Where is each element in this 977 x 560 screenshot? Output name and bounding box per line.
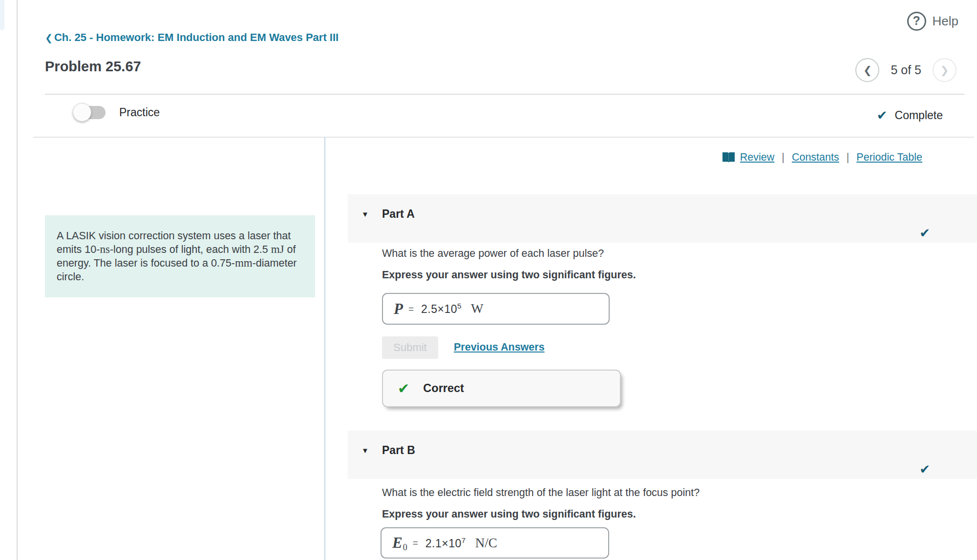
practice-label: Practice (119, 106, 160, 119)
toolbar-divider (33, 137, 974, 138)
part-a-answer-field[interactable]: P = 2.5×105 W (382, 293, 610, 325)
answer-symbol-subscript: 0 (403, 542, 407, 553)
correct-check-icon: ✔ (398, 380, 409, 397)
constants-link[interactable]: Constants (792, 151, 839, 164)
correct-label: Correct (423, 382, 464, 395)
part-a-instruction: Express your answer using two significan… (382, 269, 636, 281)
answer-symbol-E: E (392, 534, 403, 552)
part-b-answer-field[interactable]: E 0 = 2.1×107 N/C (381, 527, 609, 559)
chevron-right-icon: ❯ (940, 64, 949, 76)
part-a-answer-unit: W (471, 301, 483, 316)
help-question-icon: ? (907, 12, 926, 31)
collapse-triangle-icon: ▼ (361, 210, 369, 218)
practice-toggle[interactable] (74, 106, 106, 119)
problem-statement: A LASIK vision correction system uses a … (45, 215, 315, 297)
part-b-answer-value: 2.1×107 (425, 536, 466, 550)
part-a-question: What is the average power of each laser … (382, 248, 604, 260)
equals-sign: = (413, 538, 418, 548)
link-separator: | (782, 151, 785, 164)
part-a-complete-check-icon: ✔ (919, 226, 930, 241)
unit-ns: ns (100, 243, 109, 255)
back-chevron-icon: ❮ (45, 32, 53, 43)
assignment-page: ? Help ❮ Ch. 25 - Homework: EM Induction… (0, 0, 977, 560)
problem-pager: ❮ 5 of 5 ❯ (855, 58, 956, 82)
page-left-border (17, 0, 18, 560)
previous-answers-link[interactable]: Previous Answers (454, 341, 545, 353)
open-book-icon (722, 152, 735, 163)
part-a-header[interactable]: ▼ Part A ✔ (348, 194, 977, 243)
part-a-label: Part A (382, 207, 415, 221)
page-title: Problem 25.67 (45, 59, 141, 75)
column-divider (324, 137, 325, 560)
part-b-instruction: Express your answer using two significan… (382, 508, 636, 520)
unit-mm: mm (235, 257, 253, 269)
header-divider (45, 94, 964, 95)
help-label: Help (933, 14, 958, 29)
answer-exponent: 7 (462, 536, 466, 544)
next-problem-button[interactable]: ❯ (933, 58, 956, 82)
left-panel-edge (0, 0, 4, 30)
help-button[interactable]: ? Help (907, 12, 958, 31)
link-separator: | (847, 151, 850, 164)
part-b-complete-check-icon: ✔ (919, 462, 930, 477)
chevron-left-icon: ❮ (863, 64, 872, 76)
complete-status: ✔ Complete (877, 108, 943, 123)
review-link[interactable]: Review (740, 151, 775, 164)
part-b-header[interactable]: ▼ Part B ✔ (348, 431, 977, 479)
collapse-triangle-icon: ▼ (361, 446, 369, 455)
complete-label: Complete (895, 109, 943, 122)
unit-mJ: mJ (271, 243, 284, 255)
breadcrumb[interactable]: ❮ Ch. 25 - Homework: EM Induction and EM… (45, 31, 339, 44)
submit-button[interactable]: Submit (382, 336, 438, 359)
pagination-status: 5 of 5 (891, 63, 921, 77)
equals-sign: = (408, 304, 414, 314)
part-b-question: What is the electric field strength of t… (382, 487, 700, 499)
part-b-label: Part B (382, 444, 415, 457)
part-a-answer-value: 2.5×105 (421, 302, 462, 316)
answer-exponent: 5 (457, 302, 462, 310)
part-b-answer-unit: N/C (475, 536, 497, 551)
previous-problem-button[interactable]: ❮ (855, 58, 879, 82)
correct-feedback-box: ✔ Correct (382, 370, 621, 407)
toggle-knob (73, 103, 91, 122)
resource-links: Review | Constants | Periodic Table (722, 151, 922, 164)
answer-symbol-P: P (394, 300, 403, 318)
practice-toggle-row: Practice (74, 106, 160, 119)
breadcrumb-label: Ch. 25 - Homework: EM Induction and EM W… (54, 31, 339, 44)
periodic-table-link[interactable]: Periodic Table (856, 151, 922, 164)
complete-check-icon: ✔ (877, 108, 888, 123)
